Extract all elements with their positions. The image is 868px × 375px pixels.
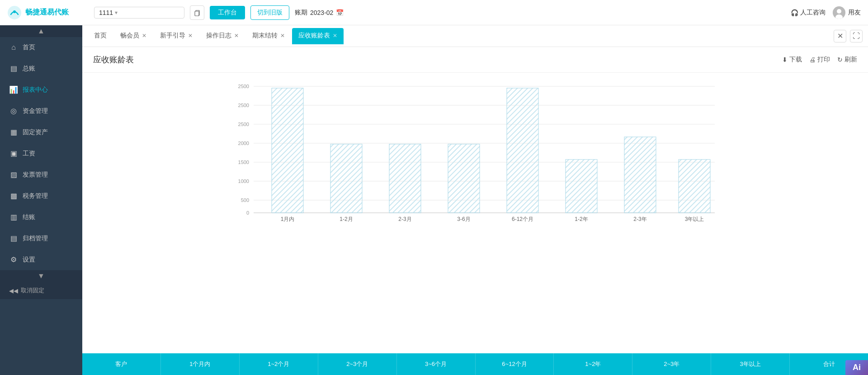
svg-text:2-3年: 2-3年: [633, 216, 646, 222]
svg-text:500: 500: [241, 197, 249, 203]
tab-aging[interactable]: 应收账龄表 ✕: [292, 28, 344, 44]
col-2-3month: 2~3个月: [318, 353, 397, 375]
tab-period-end-close[interactable]: ✕: [280, 33, 285, 39]
checkout-icon: ▥: [9, 213, 18, 221]
download-label: 下载: [789, 56, 802, 64]
tab-aging-close[interactable]: ✕: [333, 33, 337, 39]
copy-icon: [193, 9, 201, 16]
tab-guide-close[interactable]: ✕: [188, 33, 193, 39]
sidebar-item-home[interactable]: ⌂ 首页: [0, 37, 82, 58]
app-name: 畅捷通易代账: [25, 8, 69, 17]
company-selector[interactable]: 1111 ▾: [94, 7, 184, 19]
table-header: 客户 1个月内 1~2个月 2~3个月 3~6个月 6~12个月 1~2年 2~…: [82, 353, 868, 375]
print-icon: 🖨: [809, 56, 816, 63]
col-1-2month: 1~2个月: [240, 353, 318, 375]
sidebar-scroll-down[interactable]: ▼: [0, 270, 82, 282]
svg-text:0: 0: [246, 210, 249, 216]
tab-member-label: 畅会员: [120, 32, 139, 40]
period-value: 2023-02: [310, 9, 333, 16]
chart-area: 2500 2500 2500 2000 1500 1000 500 0: [82, 73, 868, 353]
tab-home[interactable]: 首页: [88, 28, 113, 44]
svg-text:2500: 2500: [238, 122, 249, 127]
header-right: 🎧 人工咨询 用友: [791, 6, 861, 19]
svg-text:2-3月: 2-3月: [398, 216, 411, 222]
tab-oplog-close[interactable]: ✕: [234, 33, 239, 39]
svg-text:1500: 1500: [238, 159, 249, 165]
svg-text:1月内: 1月内: [281, 216, 295, 222]
page-actions: ⬇ 下载 🖨 打印 ↻ 刷新: [782, 56, 857, 64]
svg-rect-24: [272, 88, 303, 213]
tab-member-close[interactable]: ✕: [142, 33, 146, 39]
sidebar-item-salary[interactable]: ▣ 工资: [0, 143, 82, 164]
svg-rect-38: [679, 159, 710, 213]
col-customer: 客户: [82, 353, 161, 375]
close-all-button[interactable]: ✕: [834, 30, 846, 42]
avatar-icon: [833, 6, 845, 19]
refresh-button[interactable]: ↻ 刷新: [837, 56, 857, 64]
company-name: 1111: [99, 9, 113, 16]
aging-chart: 2500 2500 2500 2000 1500 1000 500 0: [93, 82, 857, 235]
tab-bar: 首页 畅会员 ✕ 新手引导 ✕ 操作日志 ✕ 期末结转 ✕ 应收账龄表 ✕: [82, 25, 868, 47]
sidebar-item-tax[interactable]: ▩ 税务管理: [0, 185, 82, 206]
chevron-down-icon: ▾: [115, 9, 118, 16]
col-6-12month: 6~12个月: [476, 353, 554, 375]
user-area[interactable]: 用友: [833, 6, 861, 19]
svg-text:3-6月: 3-6月: [457, 216, 470, 222]
tab-period-end-label: 期末结转: [252, 32, 278, 40]
svg-point-4: [837, 9, 841, 14]
sidebar-item-invoice[interactable]: ▨ 发票管理: [0, 164, 82, 185]
sidebar-item-funds[interactable]: ◎ 资金管理: [0, 100, 82, 122]
svg-rect-32: [507, 88, 538, 213]
tab-period-end[interactable]: 期末结转 ✕: [246, 28, 291, 44]
sidebar-scroll-up[interactable]: ▲: [0, 25, 82, 37]
svg-text:3年以上: 3年以上: [685, 216, 704, 222]
tab-guide[interactable]: 新手引导 ✕: [154, 28, 199, 44]
sidebar-item-ledger[interactable]: ▤ 总账: [0, 58, 82, 79]
sidebar-label-checkout: 结账: [23, 213, 35, 221]
sidebar-label-funds: 资金管理: [23, 107, 48, 115]
page-title: 应收账龄表: [93, 54, 134, 65]
col-3-6month: 3~6个月: [397, 353, 476, 375]
pin-icon: ◀◀: [9, 287, 18, 294]
user-name: 用友: [848, 9, 861, 17]
download-button[interactable]: ⬇ 下载: [782, 56, 802, 64]
sidebar-label-ledger: 总账: [23, 65, 35, 73]
sidebar-item-assets[interactable]: ▦ 固定资产: [0, 122, 82, 143]
tab-oplog[interactable]: 操作日志 ✕: [200, 28, 245, 44]
sidebar-label-reports: 报表中心: [23, 86, 48, 94]
sidebar-item-settings[interactable]: ⚙ 设置: [0, 249, 82, 270]
sidebar-item-checkout[interactable]: ▥ 结账: [0, 206, 82, 228]
refresh-icon: ↻: [837, 56, 843, 63]
logo-icon: [7, 5, 22, 20]
svg-rect-34: [566, 159, 597, 213]
sidebar-item-archive[interactable]: ▤ 归档管理: [0, 228, 82, 249]
switch-version-button[interactable]: 切到旧版: [250, 5, 289, 20]
sidebar-label-tax: 税务管理: [23, 192, 48, 200]
page-header: 应收账龄表 ⬇ 下载 🖨 打印 ↻ 刷新: [82, 47, 868, 73]
consultant-button[interactable]: 🎧 人工咨询: [791, 9, 826, 17]
cancel-fixed-button[interactable]: ◀◀ 取消固定: [0, 282, 82, 299]
calendar-icon[interactable]: 📅: [336, 9, 344, 16]
print-label: 打印: [817, 56, 830, 64]
copy-button[interactable]: [190, 5, 204, 20]
sidebar-label-invoice: 发票管理: [23, 171, 48, 179]
home-icon: ⌂: [9, 43, 18, 52]
sidebar-label-assets: 固定资产: [23, 128, 48, 136]
ledger-icon: ▤: [9, 64, 18, 73]
workbench-button[interactable]: 工作台: [210, 6, 245, 19]
sidebar: ▲ ⌂ 首页 ▤ 总账 📊 报表中心 ◎ 资金管理 ▦ 固定资产 ▣ 工资 ▨ …: [0, 25, 82, 375]
tab-member[interactable]: 畅会员 ✕: [114, 28, 153, 44]
tab-guide-label: 新手引导: [160, 32, 185, 40]
maximize-button[interactable]: ⛶: [850, 30, 863, 42]
svg-text:1-2月: 1-2月: [340, 216, 353, 222]
sidebar-item-reports[interactable]: 📊 报表中心: [0, 79, 82, 100]
tax-icon: ▩: [9, 192, 18, 200]
ai-badge[interactable]: Ai: [845, 360, 868, 375]
salary-icon: ▣: [9, 149, 18, 158]
refresh-label: 刷新: [844, 56, 857, 64]
svg-text:1000: 1000: [238, 178, 249, 184]
main-layout: ▲ ⌂ 首页 ▤ 总账 📊 报表中心 ◎ 资金管理 ▦ 固定资产 ▣ 工资 ▨ …: [0, 25, 868, 375]
print-button[interactable]: 🖨 打印: [809, 56, 830, 64]
sidebar-label-settings: 设置: [23, 256, 35, 264]
svg-text:2500: 2500: [238, 84, 249, 89]
